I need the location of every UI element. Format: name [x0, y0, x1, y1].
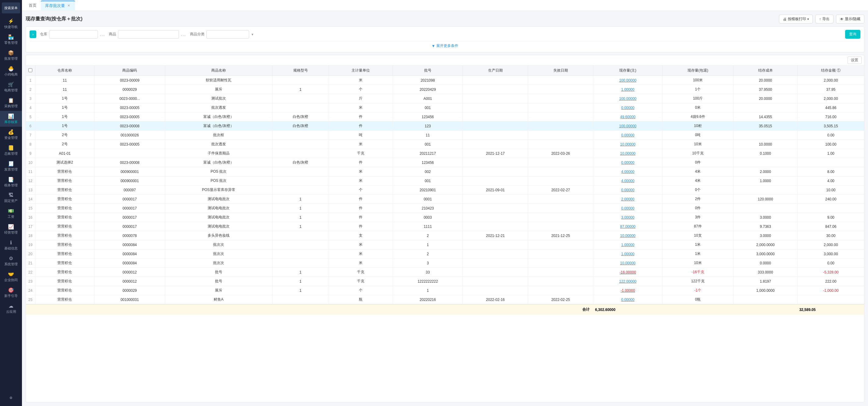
- row-name: POS显示零库存异常: [165, 185, 272, 195]
- sidebar-item-cloud[interactable]: ☁ 云应用: [0, 301, 22, 316]
- expand-conditions-btn[interactable]: ▼ 展开更多条件: [432, 43, 459, 48]
- sidebar-item-newbie[interactable]: 🎯 新手引导: [0, 285, 22, 301]
- row-qty-main[interactable]: 10.00000: [593, 231, 662, 240]
- row-qty-main[interactable]: 0.00000: [593, 185, 662, 195]
- row-amount: 9.00: [798, 213, 864, 222]
- sidebar-item-small-ecom[interactable]: 🐣 小鸡电商: [0, 63, 22, 79]
- filter-warehouse: 仓库 ...: [40, 30, 105, 39]
- table-scroll-area[interactable]: 仓库名称 商品编码 商品名称 规格型号 主计量单位 批号 生产日期 失效日期 现…: [26, 66, 864, 402]
- table-header-row: 仓库名称 商品编码 商品名称 规格型号 主计量单位 批号 生产日期 失效日期 现…: [26, 66, 864, 76]
- row-num: 12: [26, 176, 35, 185]
- row-qty-main[interactable]: 4.00000: [593, 167, 662, 176]
- row-qty-main[interactable]: 122.00000: [593, 277, 662, 286]
- sidebar-item-retail[interactable]: 🏪 零售管理: [0, 32, 22, 47]
- sidebar-item-inventory[interactable]: 📊 库存核算: [0, 111, 22, 127]
- tab-home[interactable]: 首页: [24, 1, 41, 10]
- sidebar-item-tax[interactable]: 📑 税务管理: [0, 174, 22, 190]
- sidebar-item-general[interactable]: 📒 总账管理: [0, 142, 22, 158]
- row-qty-main[interactable]: 10.00000: [593, 259, 662, 268]
- sidebar-item-system[interactable]: ⚙ 系统管理: [0, 253, 22, 269]
- row-prod-date: [463, 213, 528, 222]
- row-qty-main[interactable]: 4.00000: [593, 176, 662, 185]
- row-qty-pkg: 10柜: [662, 122, 733, 131]
- row-qty-main[interactable]: 3.00000: [593, 213, 662, 222]
- purchase-icon: 📋: [8, 98, 14, 103]
- wholesale-icon: 📦: [8, 50, 14, 56]
- sidebar-item-ecom[interactable]: 🛒 电商管理: [0, 79, 22, 95]
- row-qty-main[interactable]: 2.00000: [593, 195, 662, 204]
- sidebar-item-basic[interactable]: ℹ 基础信息: [0, 237, 22, 253]
- row-unit: 米: [329, 240, 393, 249]
- export-button[interactable]: ↑ 导出: [815, 14, 834, 24]
- row-qty-main[interactable]: 0.00000: [593, 295, 662, 305]
- table-row: 24 营营积仓 0000029 展斥 1 个 1 -1.00000 -1个 1,…: [26, 286, 864, 295]
- print-button[interactable]: 🖨 按模板打印 ▾: [779, 14, 813, 24]
- col-batch: 批号: [393, 66, 463, 76]
- search-button[interactable]: 查询: [845, 30, 860, 39]
- sidebar-item-label: 云应用: [6, 309, 16, 314]
- sidebar-settings[interactable]: ⚙: [0, 394, 22, 402]
- sidebar-item-payroll[interactable]: 💵 工资: [0, 206, 22, 222]
- sidebar-item-ops[interactable]: 📈 经营管理: [0, 222, 22, 237]
- goods-input[interactable]: [118, 30, 179, 39]
- tab-inventory-batch[interactable]: 库存批次量 ✕: [41, 1, 75, 10]
- row-qty-main[interactable]: 100.00000: [593, 94, 662, 103]
- row-code: 001000031: [94, 295, 165, 305]
- warehouse-label: 仓库: [40, 32, 47, 37]
- row-spec: [272, 295, 329, 305]
- sidebar-item-fixed-asset[interactable]: 🏗 固定资产: [0, 190, 22, 206]
- row-unit: 斤: [329, 94, 393, 103]
- filter-expand-arrow[interactable]: ›: [30, 30, 36, 38]
- row-qty-main[interactable]: -1.00000: [593, 286, 662, 295]
- sidebar-item-invoice[interactable]: 🧾 发票管理: [0, 158, 22, 174]
- row-spec: [272, 103, 329, 112]
- sidebar-item-quick-nav[interactable]: ⚡ 快捷导航: [0, 16, 22, 32]
- show-hide-button[interactable]: 👁 显示/隐藏: [836, 14, 864, 24]
- row-qty-main[interactable]: 0.00000: [593, 103, 662, 112]
- row-qty-main[interactable]: 1.00000: [593, 240, 662, 249]
- collab-icon: 🤝: [8, 271, 14, 277]
- row-qty-main[interactable]: 1.00000: [593, 249, 662, 259]
- row-amount: 0.00: [798, 131, 864, 140]
- table-row: 1 11 0023-00009 软软适用耐性瓦 米 2021098 100.00…: [26, 76, 864, 85]
- row-qty-main[interactable]: 0.00000: [593, 131, 662, 140]
- row-cost: [733, 103, 797, 112]
- warehouse-input[interactable]: [49, 30, 98, 39]
- row-qty-main[interactable]: 49.60000: [593, 112, 662, 122]
- row-qty-pkg: 10千克: [662, 149, 733, 158]
- row-qty-main[interactable]: -16.00000: [593, 268, 662, 277]
- row-unit: 米: [329, 76, 393, 85]
- sidebar-item-purchase[interactable]: 📋 采购管理: [0, 95, 22, 111]
- row-batch: 123456: [393, 158, 463, 167]
- close-tab-icon[interactable]: ✕: [67, 4, 71, 8]
- row-unit: 千克: [329, 277, 393, 286]
- sidebar-item-asset[interactable]: 💰 资金管理: [0, 127, 22, 142]
- row-qty-main[interactable]: 10.00000: [593, 149, 662, 158]
- sidebar-item-collab[interactable]: 🤝 企业协同: [0, 269, 22, 285]
- row-qty-main[interactable]: 0.00000: [593, 204, 662, 213]
- sidebar-item-label: 资金管理: [4, 136, 18, 140]
- row-amount: 3,000.00: [798, 249, 864, 259]
- set-button[interactable]: 设置: [847, 56, 862, 64]
- row-batch: 001: [393, 140, 463, 149]
- row-name: 测试电电批次: [165, 222, 272, 231]
- row-qty-main[interactable]: 87.00000: [593, 222, 662, 231]
- category-input[interactable]: [207, 30, 249, 39]
- sidebar-item-label: 采购管理: [4, 104, 18, 108]
- table-row: 14 营营积仓 0000017 测试电电批次 1 件 0001 2.00000 …: [26, 195, 864, 204]
- row-num: 11: [26, 167, 35, 176]
- row-spec: 1: [272, 268, 329, 277]
- row-num: 17: [26, 222, 35, 231]
- page-title: 现存量查询(按仓库＋批次): [26, 16, 83, 22]
- row-qty-main[interactable]: 0.00000: [593, 158, 662, 167]
- row-qty-main[interactable]: 10.00000: [593, 140, 662, 149]
- sidebar-logo[interactable]: 搜索菜单: [2, 2, 20, 13]
- row-name: 软软适用耐性瓦: [165, 76, 272, 85]
- select-all-checkbox[interactable]: [28, 68, 32, 72]
- row-qty-main[interactable]: 1.00000: [593, 85, 662, 94]
- row-num: 20: [26, 249, 35, 259]
- row-qty-main[interactable]: 100.00000: [593, 122, 662, 131]
- sidebar-item-wholesale[interactable]: 📦 批发管理: [0, 47, 22, 63]
- row-qty-main[interactable]: 100.00000: [593, 76, 662, 85]
- col-exp-date: 失效日期: [528, 66, 593, 76]
